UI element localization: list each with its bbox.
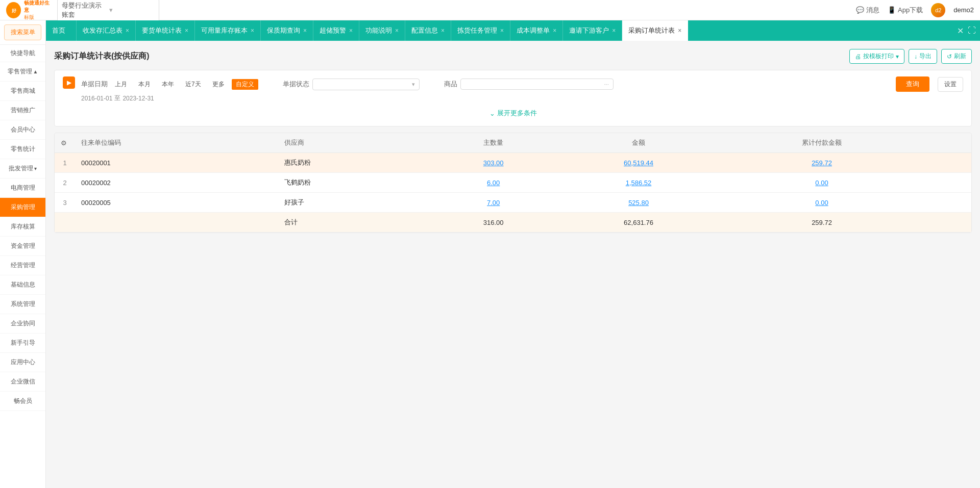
tab-overstock-warning[interactable]: 超储预警 × (313, 20, 359, 41)
status-chevron-icon: ▾ (412, 81, 415, 88)
sidebar-item-collaboration[interactable]: 企业协同 (0, 314, 45, 333)
tab-close-icon[interactable]: × (349, 27, 353, 34)
sidebar-item-label: 基础信息 (11, 280, 35, 289)
tab-label: 功能说明 (365, 26, 392, 35)
tab-function-guide[interactable]: 功能说明 × (359, 20, 405, 41)
workspace-chevron-icon: ▾ (109, 6, 155, 14)
date-shortcut-last-month[interactable]: 上月 (111, 79, 131, 90)
message-action[interactable]: 💬 消息 (856, 6, 879, 15)
sidebar-item-retail-management[interactable]: 零售管理 ▲ (0, 62, 45, 82)
tab-close-icon[interactable]: × (303, 27, 307, 34)
tab-config-info[interactable]: 配置信息 × (405, 20, 451, 41)
sidebar-item-label: 库存核算 (11, 222, 35, 231)
app-download-action[interactable]: 📱 App下载 (888, 6, 923, 15)
tab-close-icon[interactable]: × (678, 27, 681, 34)
table-row[interactable]: 1 00020001 惠氏奶粉 303.00 60,519.44 259.72 (55, 153, 971, 173)
sidebar-item-label: 零售商城 (11, 87, 35, 95)
sidebar-item-label: 企业微信 (11, 377, 35, 386)
sidebar-item-basic-info[interactable]: 基础信息 (0, 275, 45, 295)
sidebar-item-finance[interactable]: 资金管理 (0, 237, 45, 256)
sidebar-item-inventory[interactable]: 库存核算 (0, 217, 45, 237)
tab-label: 首页 (52, 26, 65, 35)
sidebar-item-wholesale-management[interactable]: 批发管理 ▾ (0, 159, 45, 178)
table-row[interactable]: 2 00020002 飞鹤奶粉 6.00 1,586.52 0.00 (55, 173, 971, 193)
tab-available-inventory[interactable]: 可用量库存账本 × (195, 20, 261, 41)
sidebar-item-label: 企业协同 (11, 319, 35, 328)
refresh-icon: ↺ (947, 53, 952, 60)
tab-label: 要货单统计表 (142, 26, 182, 35)
user-avatar[interactable]: d2 (931, 3, 945, 17)
row-extra (923, 153, 971, 173)
settings-button[interactable]: 设置 (938, 77, 963, 92)
tab-label: 保质期查询 (267, 26, 300, 35)
tab-close-icon[interactable]: × (251, 27, 254, 34)
date-shortcut-this-month[interactable]: 本月 (134, 79, 155, 90)
date-shortcut-more[interactable]: 更多 (208, 79, 229, 90)
sidebar-item-member-center[interactable]: 会员中心 (0, 120, 45, 140)
tab-expiry-query[interactable]: 保质期查询 × (261, 20, 313, 41)
tab-close-icon[interactable]: × (553, 27, 556, 34)
close-tab-icon[interactable]: ✕ (957, 26, 964, 36)
table-row[interactable]: 3 00020005 好孩子 7.00 525.80 0.00 (55, 193, 971, 213)
sidebar-item-new-guide[interactable]: 新手引导 (0, 333, 45, 353)
print-button[interactable]: 🖨 按模板打印 ▾ (849, 49, 904, 64)
filter-toggle-button[interactable]: ▶ (63, 76, 75, 89)
date-shortcut-7days[interactable]: 近7天 (181, 79, 205, 90)
sidebar-item-label: 采购管理 (11, 203, 35, 212)
sidebar-item-app-center[interactable]: 应用中心 (0, 353, 45, 372)
row-code: 00020001 (75, 153, 278, 173)
date-to: 2023-12-31 (122, 95, 154, 102)
tab-close-icon[interactable]: × (185, 27, 188, 34)
sidebar-item-operations[interactable]: 经营管理 (0, 256, 45, 275)
chevron-up-icon: ▲ (33, 69, 38, 74)
tab-invite-downstream[interactable]: 邀请下游客户 × (563, 20, 622, 41)
tab-close-icon[interactable]: × (126, 27, 129, 34)
svg-text:好: 好 (11, 8, 16, 13)
tab-close-icon[interactable]: × (395, 27, 399, 34)
sidebar-item-marketing[interactable]: 营销推广 (0, 101, 45, 120)
sidebar-item-purchase-management[interactable]: 采购管理 (0, 198, 45, 217)
tab-label: 采购订单统计表 (628, 26, 675, 35)
tab-picking-task[interactable]: 拣货任务管理 × (451, 20, 510, 41)
column-settings-icon[interactable]: ⚙ (61, 139, 67, 147)
expand-more-button[interactable]: ⌄ 展开更多条件 (485, 107, 541, 120)
col-supplier: 供应商 (278, 133, 430, 153)
logo-subtext: 标版 (24, 14, 52, 21)
date-shortcut-this-year[interactable]: 本年 (158, 79, 178, 90)
date-custom-tag[interactable]: 自定义 (232, 79, 258, 90)
tab-home[interactable]: 首页 (46, 20, 77, 41)
sidebar-item-retail-stats[interactable]: 零售统计 (0, 140, 45, 159)
col-amount: 金额 (557, 133, 720, 153)
page-header: 采购订单统计表(按供应商) 🖨 按模板打印 ▾ ↓ 导出 ↺ (54, 49, 972, 64)
search-menu-button[interactable]: 搜索菜单 (4, 24, 41, 40)
goods-input[interactable]: ··· (460, 79, 614, 90)
tab-cost-adjustment[interactable]: 成本调整单 × (510, 20, 563, 41)
sidebar-item-ecommerce[interactable]: 电商管理 (0, 178, 45, 198)
tab-label: 超储预警 (320, 26, 346, 35)
tab-receive-send-summary[interactable]: 收发存汇总表 × (77, 20, 136, 41)
tab-close-icon[interactable]: × (500, 27, 504, 34)
query-button[interactable]: 查询 (896, 76, 929, 92)
row-num: 1 (55, 153, 75, 173)
tab-order-stats[interactable]: 要货单统计表 × (136, 20, 195, 41)
export-button[interactable]: ↓ 导出 (909, 49, 937, 64)
tab-close-icon[interactable]: × (441, 27, 445, 34)
sidebar-item-enterprise-wechat[interactable]: 企业微信 (0, 372, 45, 392)
refresh-button[interactable]: ↺ 刷新 (941, 49, 972, 64)
sidebar-item-label: 应用中心 (11, 358, 35, 367)
sidebar-item-label: 批发管理 (9, 164, 33, 173)
maximize-tab-icon[interactable]: ⛶ (968, 26, 976, 35)
sidebar-item-member[interactable]: 畅会员 (0, 392, 45, 411)
filter-panel: ▶ 单据日期 上月 本月 本年 近7天 (54, 70, 972, 126)
row-paid: 259.72 (720, 153, 923, 173)
quick-nav-button[interactable]: 快捷导航 (0, 45, 45, 62)
workspace-selector[interactable]: 母婴行业演示账套 ▾ (57, 0, 159, 22)
row-qty: 7.00 (430, 193, 557, 213)
sidebar: 搜索菜单 快捷导航 零售管理 ▲ 零售商城 营销推广 会员中心 零售统计 批发管… (0, 20, 46, 488)
sidebar-item-system[interactable]: 系统管理 (0, 295, 45, 314)
tab-close-icon[interactable]: × (612, 27, 616, 34)
status-select[interactable]: ▾ (312, 79, 420, 90)
sidebar-item-retail-mall[interactable]: 零售商城 (0, 82, 45, 101)
data-table-container: ⚙ 往来单位编码 供应商 主数量 金额 累计付款金额 (54, 133, 972, 233)
tab-purchase-order-stats[interactable]: 采购订单统计表 × (622, 20, 688, 41)
